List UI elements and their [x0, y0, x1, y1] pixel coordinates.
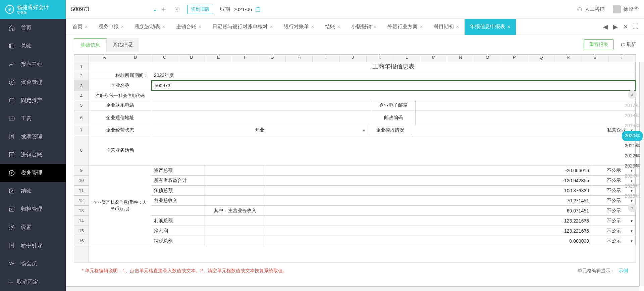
cell-value[interactable]: 70.271451: [265, 196, 592, 205]
cell[interactable]: [205, 216, 265, 226]
year-option[interactable]: 2024年: [622, 171, 642, 181]
year-option[interactable]: 2017年: [622, 101, 642, 111]
disclosure-dropdown[interactable]: 不公示: [592, 216, 636, 226]
row-header[interactable]: 8: [74, 135, 89, 165]
col-header[interactable]: B: [120, 55, 151, 62]
col-header[interactable]: K: [367, 55, 393, 62]
tab[interactable]: 进销台账✕: [171, 19, 207, 35]
cell[interactable]: [151, 100, 371, 110]
calendar-icon[interactable]: [255, 6, 261, 13]
nav-item-close[interactable]: 结账: [0, 182, 66, 200]
cell[interactable]: [151, 206, 205, 215]
row-header[interactable]: 13: [74, 206, 89, 216]
col-header[interactable]: T: [609, 55, 636, 62]
row-header[interactable]: 5: [74, 100, 89, 110]
tab[interactable]: 银行对账单✕: [278, 19, 320, 35]
col-header[interactable]: P: [501, 55, 528, 62]
nav-item-asset[interactable]: 固定资产: [0, 91, 66, 109]
col-header[interactable]: G: [259, 55, 286, 62]
col-header[interactable]: E: [205, 55, 232, 62]
nav-item-salary[interactable]: 工资: [0, 109, 66, 128]
tab[interactable]: 结账✕: [320, 19, 346, 35]
nav-item-gear[interactable]: 设置: [0, 218, 66, 236]
row-header[interactable]: 3: [74, 80, 89, 91]
tab-close-icon[interactable]: ✕: [373, 25, 377, 29]
cell-value[interactable]: -120.942355: [265, 176, 592, 185]
reset-report-button[interactable]: 重置报表: [584, 39, 614, 50]
col-header[interactable]: A: [89, 55, 120, 62]
year-up-icon[interactable]: ▲: [628, 90, 637, 99]
row-header[interactable]: 1: [74, 62, 89, 71]
tab-close-icon[interactable]: ✕: [198, 25, 202, 29]
tab-close-icon[interactable]: ✕: [420, 25, 423, 29]
cell[interactable]: [416, 110, 636, 125]
cell[interactable]: 2022年度: [151, 71, 636, 80]
row-header[interactable]: 4: [74, 91, 89, 100]
col-header[interactable]: O: [474, 55, 501, 62]
cell[interactable]: [205, 196, 265, 205]
year-option[interactable]: 2021年: [622, 141, 642, 151]
cell[interactable]: [205, 236, 265, 246]
gear-icon[interactable]: [174, 6, 180, 13]
cell[interactable]: [151, 135, 636, 165]
tab[interactable]: 年报信息申报表✕: [465, 19, 516, 35]
cell-value[interactable]: -123.221676: [265, 226, 592, 236]
row-header[interactable]: 6: [74, 110, 89, 125]
fullscreen-icon[interactable]: ⛶: [631, 22, 641, 32]
tab-close-icon[interactable]: ✕: [85, 25, 88, 29]
cell[interactable]: [151, 110, 371, 125]
subtab-other[interactable]: 其他信息: [107, 38, 139, 52]
disclosure-dropdown[interactable]: 不公示: [592, 226, 636, 236]
nav-item-tax[interactable]: 税务管理: [0, 164, 66, 182]
cell[interactable]: [416, 100, 636, 110]
consult-button[interactable]: 人工咨询: [577, 6, 605, 12]
row-header[interactable]: 16: [74, 236, 89, 246]
cell[interactable]: [151, 91, 636, 100]
year-option[interactable]: 2022年: [622, 151, 642, 161]
cell-value[interactable]: 100.876339: [265, 186, 592, 195]
tab[interactable]: 小畅报销✕: [346, 19, 382, 35]
nav-item-vip[interactable]: 畅会员: [0, 254, 66, 273]
disclosure-dropdown[interactable]: 不公示: [592, 236, 636, 246]
tab-close-icon[interactable]: ✕: [507, 25, 511, 29]
row-header[interactable]: 7: [74, 125, 89, 135]
sheet-corner[interactable]: [74, 55, 89, 62]
tab[interactable]: 科目期初✕: [428, 19, 465, 35]
tab-close-icon[interactable]: ✕: [311, 25, 314, 29]
nav-item-archive[interactable]: 归档管理: [0, 200, 66, 218]
cell-value[interactable]: 0.000000: [265, 236, 592, 246]
period-value[interactable]: 2021-06: [233, 6, 252, 12]
tab[interactable]: 税务申报✕: [93, 19, 129, 35]
tabs-prev-icon[interactable]: ◀: [600, 22, 610, 32]
nav-item-home[interactable]: 首页: [0, 19, 66, 37]
year-option[interactable]: 2026年: [622, 191, 642, 201]
tabs-next-icon[interactable]: ▶: [610, 22, 621, 32]
row-header[interactable]: 12: [74, 196, 89, 206]
cell[interactable]: [205, 165, 265, 175]
nav-item-ledger[interactable]: 进销台账: [0, 146, 66, 164]
col-header[interactable]: H: [286, 55, 313, 62]
cell[interactable]: [89, 62, 151, 71]
col-header[interactable]: L: [393, 55, 420, 62]
switch-old-button[interactable]: 切到旧版: [187, 5, 213, 14]
year-option[interactable]: 2020年: [622, 131, 642, 141]
tab[interactable]: 外贸行业方案✕: [382, 19, 428, 35]
col-header[interactable]: D: [178, 55, 205, 62]
col-header[interactable]: Q: [528, 55, 555, 62]
col-header[interactable]: F: [232, 55, 259, 62]
demo-link[interactable]: 示例: [619, 268, 628, 273]
cell-company-name[interactable]: 500973: [151, 80, 636, 91]
scrollbar-horizontal[interactable]: [66, 286, 639, 291]
status-dropdown[interactable]: 开业: [151, 125, 368, 135]
row-header[interactable]: 2: [74, 71, 89, 80]
col-header[interactable]: M: [420, 55, 447, 62]
cell[interactable]: [205, 186, 265, 195]
tab[interactable]: 首页✕: [67, 19, 93, 35]
year-option[interactable]: 2018年: [622, 111, 642, 121]
nav-item-guide[interactable]: 新手引导: [0, 236, 66, 254]
col-header[interactable]: I: [313, 55, 339, 62]
year-down-icon[interactable]: ▼: [628, 203, 637, 212]
cell-value[interactable]: -20.066016: [265, 165, 592, 175]
company-select[interactable]: 500973 ⌄: [71, 6, 157, 12]
year-option[interactable]: 2025年: [622, 181, 642, 191]
